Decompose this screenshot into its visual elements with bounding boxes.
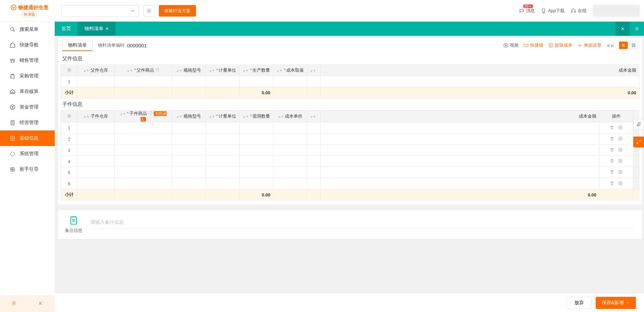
company-dropdown[interactable] — [61, 5, 139, 17]
sidebar-settings-button[interactable] — [11, 300, 17, 307]
list-view-button[interactable] — [619, 42, 628, 49]
cancel-button[interactable]: 放弃 — [567, 297, 592, 309]
delete-row-button[interactable] — [610, 137, 614, 142]
parent-col-goods[interactable]: ▲▼*父件商品 — [115, 65, 172, 76]
collapse-icon — [38, 300, 44, 306]
add-row-button[interactable] — [618, 126, 623, 131]
sidebar-item-guide[interactable]: 新手引导 — [0, 162, 55, 177]
experience-button[interactable]: 体验行业方案 — [159, 5, 196, 17]
sidebar-item-system[interactable]: 系统管理 — [0, 146, 55, 162]
next-doc-button[interactable]: ▶ — [611, 43, 614, 48]
delete-row-button[interactable] — [610, 148, 614, 153]
child-col-spec[interactable]: ▲▼规格型号 — [172, 111, 206, 122]
tabs-close-all-button[interactable] — [616, 22, 630, 36]
svg-rect-11 — [11, 168, 15, 171]
parent-col-qty[interactable]: ▲▼*生产数量 — [240, 65, 273, 76]
expand-icon — [636, 139, 641, 145]
parent-section-title: 父件信息 — [62, 55, 638, 62]
tab-home[interactable]: 首页 — [55, 22, 78, 36]
parent-col-gear[interactable] — [61, 65, 77, 76]
table-row[interactable]: 5 — [61, 167, 639, 178]
save-and-new-button[interactable]: 保存&新增 — [596, 297, 636, 309]
notes-icon — [69, 215, 79, 225]
delete-row-button[interactable] — [610, 182, 614, 187]
header-settings-button[interactable] — [143, 5, 155, 17]
app-download-link[interactable]: App下载 — [541, 8, 565, 14]
attachment-tab[interactable] — [633, 119, 644, 130]
table-row[interactable]: 6 — [61, 178, 639, 189]
guide-icon — [9, 166, 16, 172]
online-support-link[interactable]: 在线 — [571, 8, 587, 14]
svg-point-13 — [504, 43, 508, 47]
delete-row-button[interactable] — [610, 159, 614, 164]
delete-row-button[interactable] — [610, 170, 614, 175]
add-row-button[interactable] — [618, 137, 623, 142]
child-col-qty[interactable]: ▲▼*需用数量 — [240, 111, 273, 122]
remarks-input[interactable] — [91, 215, 635, 229]
add-row-button[interactable] — [618, 170, 623, 175]
add-row-button[interactable] — [618, 182, 623, 187]
doc-nav-arrows: ◀ ▶ — [606, 43, 614, 48]
parent-col-warehouse[interactable]: ▲▼父件仓库 — [77, 65, 115, 76]
child-col-unitcost[interactable]: ▲▼成本单价 — [273, 111, 307, 122]
user-avatar[interactable] — [593, 5, 640, 17]
sidebar-item-funds[interactable]: 资金管理 — [0, 99, 55, 115]
video-link[interactable]: 视频 — [503, 42, 519, 48]
parent-col-empty[interactable]: ▲▼ — [307, 65, 321, 76]
app-edition-badge: 标准版 — [22, 11, 37, 17]
doc-tab-bom[interactable]: 物料清单 — [62, 40, 93, 51]
doc-sub-header: 物料清单 物料清单编码 0000001 视频 快捷键 — [58, 38, 642, 53]
child-col-unit[interactable]: ▲▼*计量单位 — [206, 111, 240, 122]
parent-col-amount[interactable]: 成本金额 — [321, 65, 639, 76]
svg-point-12 — [13, 302, 15, 304]
child-table: ▲▼子件仓库 ▲▼*子件商品 扫码录入 ▲▼规格型号 ▲▼*计量单位 ▲▼*需用… — [61, 110, 639, 200]
table-row[interactable]: 4 — [61, 156, 639, 167]
tab-bom[interactable]: 物料清单 ✕ — [78, 22, 116, 36]
child-col-goods[interactable]: ▲▼*子件商品 扫码录入 — [115, 111, 172, 122]
child-col-warehouse[interactable]: ▲▼子件仓库 — [77, 111, 115, 122]
sidebar-item-search[interactable]: 搜索菜单 — [0, 22, 55, 37]
gear-icon — [11, 300, 17, 306]
plus-icon — [618, 125, 623, 130]
add-row-button[interactable] — [618, 148, 623, 153]
table-row[interactable]: 1 — [61, 122, 639, 134]
child-col-empty[interactable]: ▲▼ — [307, 111, 321, 122]
expand-tab[interactable] — [633, 137, 644, 147]
parent-col-unit[interactable]: ▲▼*计量单位 — [206, 65, 240, 76]
trash-icon — [610, 170, 614, 174]
sidebar-item-sales[interactable]: 销售管理 — [0, 53, 55, 68]
table-row[interactable]: 3 — [61, 145, 639, 156]
doc-code-label: 物料清单编码 — [98, 42, 124, 48]
child-col-gear[interactable] — [61, 111, 77, 122]
card-view-button[interactable] — [629, 42, 638, 49]
close-tab-icon[interactable]: ✕ — [105, 26, 109, 31]
svg-point-23 — [69, 115, 70, 117]
extract-cost-link[interactable]: 提取成本 — [548, 42, 572, 48]
gear-icon — [67, 67, 72, 73]
trash-icon — [610, 159, 614, 163]
bag-icon — [9, 73, 16, 79]
home-icon — [9, 42, 16, 48]
delete-row-button[interactable] — [610, 126, 614, 131]
prev-doc-button[interactable]: ◀ — [606, 43, 610, 48]
sidebar-item-basicinfo[interactable]: 基础信息 — [0, 130, 55, 146]
search-icon — [9, 26, 16, 32]
messages-link[interactable]: 99 + 消息 — [519, 8, 535, 14]
table-row[interactable]: 2 — [61, 134, 639, 145]
sidebar-item-business[interactable]: 经营管理 — [0, 115, 55, 130]
tabs-more-button[interactable] — [630, 22, 644, 36]
sidebar-item-purchase[interactable]: 采购管理 — [0, 68, 55, 84]
table-row[interactable]: 1 — [61, 76, 639, 87]
add-row-button[interactable] — [618, 159, 623, 164]
sidebar-item-inventory[interactable]: 库存核算 — [0, 84, 55, 99]
sidebar-collapse-button[interactable] — [38, 300, 44, 307]
doc-settings-link[interactable]: 单据设置 — [577, 42, 601, 48]
sidebar-item-quicknav[interactable]: 快捷导航 — [0, 37, 55, 53]
shortcut-link[interactable]: 快捷键 — [523, 42, 543, 48]
chat-icon — [519, 8, 524, 14]
main-area: 首页 物料清单 ✕ 物料清单 物料清单编码 0000001 — [55, 22, 644, 312]
child-col-amount[interactable]: 成本金额 — [321, 111, 599, 122]
info-icon — [9, 135, 16, 141]
parent-col-spec[interactable]: ▲▼规格型号 — [172, 65, 206, 76]
parent-col-costmode[interactable]: ▲▼*成本取值 — [273, 65, 307, 76]
